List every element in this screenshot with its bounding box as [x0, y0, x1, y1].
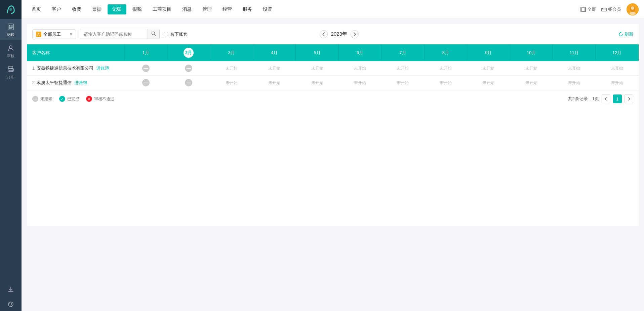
refresh-label: 刷新 [625, 31, 633, 37]
col-header-m1: 1月 [124, 44, 167, 61]
svg-point-20 [630, 12, 636, 15]
next-page-button[interactable] [625, 94, 633, 103]
cell-name-1: 2漠澳太平畅捷通信进账簿 [27, 76, 124, 90]
nav-guanli[interactable]: 管理 [198, 4, 216, 14]
nav-jizhang[interactable]: 记账 [108, 4, 126, 14]
status-dash-icon: — [142, 79, 150, 86]
status-not-started: 未开始 [525, 80, 537, 85]
cell-name-0: 1安徽畅捷通信息技术有限公司进账簿 [27, 61, 124, 76]
year-nav: 2023年 [320, 30, 359, 38]
nav-jingying[interactable]: 经营 [218, 4, 237, 14]
status-not-started: 未开始 [311, 80, 323, 85]
nav-fuwu[interactable]: 服务 [238, 4, 257, 14]
col-header-m5: 5月 [296, 44, 338, 61]
row-num: 2 [32, 80, 35, 85]
prev-year-button[interactable] [320, 30, 328, 38]
nav-customer[interactable]: 客户 [47, 4, 66, 14]
rejected-icon: ✕ [86, 96, 92, 102]
status-not-started: 未开始 [482, 66, 494, 71]
employee-select[interactable]: 人 全部员工 ▾ [32, 29, 76, 39]
vip-btn[interactable]: 畅会员 [601, 6, 621, 12]
prev-page-button[interactable] [602, 94, 610, 103]
nav-home[interactable]: 首页 [27, 4, 46, 14]
col-header-m12: 12月 [596, 44, 639, 61]
sidebar-download[interactable] [0, 281, 22, 296]
cell-m5-1: 未开始 [296, 76, 338, 90]
next-year-button[interactable] [351, 30, 359, 38]
completed-label: 已完成 [67, 96, 79, 102]
enter-ledger-link[interactable]: 进账簿 [74, 80, 87, 85]
col-header-m10: 10月 [510, 44, 553, 61]
status-not-started: 未开始 [268, 80, 280, 85]
total-count: 共2条记录，1页 [568, 96, 599, 102]
nav-gongshang[interactable]: 工商项目 [148, 4, 176, 14]
cell-m11-1: 未开始 [553, 76, 596, 90]
cell-m10-0: 未开始 [510, 61, 553, 76]
toolbar: 人 全部员工 ▾ 名下账套 [27, 24, 639, 44]
rejected-label: 审核不通过 [94, 96, 114, 102]
app-logo [0, 0, 22, 19]
refresh-button[interactable]: 刷新 [618, 31, 633, 37]
avatar[interactable] [627, 3, 639, 15]
table-row: 2漠澳太平畅捷通信进账簿——未开始未开始未开始未开始未开始未开始未开始未开始未开… [27, 76, 639, 90]
nav-xiaoxi[interactable]: 消息 [177, 4, 196, 14]
svg-point-13 [10, 306, 11, 306]
status-not-started: 未开始 [482, 80, 494, 85]
row-num: 1 [32, 66, 35, 71]
enter-ledger-link[interactable]: 进账簿 [96, 66, 109, 71]
status-not-started: 未开始 [311, 66, 323, 71]
checkbox-mingxia[interactable]: 名下账套 [164, 31, 188, 37]
checkbox-label: 名下账套 [170, 31, 188, 37]
year-display: 2023年 [331, 31, 347, 37]
sidebar-item-jizhang[interactable]: 记账 [0, 19, 22, 40]
svg-line-22 [155, 35, 156, 36]
cell-m12-1: 未开始 [596, 76, 639, 90]
svg-point-11 [12, 70, 13, 70]
mingxia-checkbox[interactable] [164, 32, 168, 36]
cell-m3-0: 未开始 [210, 61, 253, 76]
data-table: 客户名称 1月 2月 3月 4月 5月 6月 7月 8月 [27, 44, 639, 90]
status-dash-icon: — [142, 65, 150, 72]
sidebar-label-dayin: 打印 [7, 75, 14, 80]
nav-piaoju[interactable]: 票据 [87, 4, 106, 14]
nav-baoshui[interactable]: 报税 [128, 4, 147, 14]
current-page: 1 [613, 94, 622, 103]
status-not-started: 未开始 [268, 66, 280, 71]
vip-label: 畅会员 [608, 6, 621, 12]
cell-m11-0: 未开始 [553, 61, 596, 76]
svg-rect-1 [8, 24, 13, 30]
nav-right: 全屏 畅会员 [580, 3, 639, 15]
jizhang-icon [7, 23, 15, 31]
cell-m8-1: 未开始 [424, 76, 467, 90]
status-not-started: 未开始 [354, 66, 366, 71]
fullscreen-btn[interactable]: 全屏 [580, 6, 596, 12]
cell-m2-1: — [167, 76, 210, 90]
status-not-started: 未开始 [568, 66, 580, 71]
nav-shezhi[interactable]: 设置 [258, 4, 277, 14]
cell-m7-0: 未开始 [381, 61, 424, 76]
status-not-started: 未开始 [397, 66, 409, 71]
status-not-started: 未开始 [354, 80, 366, 85]
sidebar-label-jizhang: 记账 [7, 32, 14, 37]
status-not-started: 未开始 [226, 80, 238, 85]
footer: — 未建账 ✓ 已完成 ✕ 审核不通过 共2条记录，1页 [27, 90, 639, 107]
sidebar-service[interactable] [0, 296, 22, 311]
search-input[interactable] [80, 30, 148, 39]
sidebar: 记账 审核 打印 [0, 0, 22, 311]
company-name: 安徽畅捷通信息技术有限公司 [37, 66, 93, 71]
status-dash-icon: — [185, 79, 192, 86]
nav-shoufei[interactable]: 收费 [67, 4, 86, 14]
top-nav: 首页 客户 收费 票据 记账 报税 工商项目 消息 管理 经营 服务 设置 全屏 [22, 0, 644, 19]
sidebar-item-shenhe[interactable]: 审核 [0, 40, 22, 61]
cell-m1-1: — [124, 76, 167, 90]
search-button[interactable] [148, 29, 159, 39]
content-panel: 人 全部员工 ▾ 名下账套 [27, 24, 639, 226]
status-dash-icon: — [185, 65, 192, 72]
col-header-m11: 11月 [553, 44, 596, 61]
table-container: 客户名称 1月 2月 3月 4月 5月 6月 7月 8月 [27, 44, 639, 90]
sidebar-item-dayin[interactable]: 打印 [0, 61, 22, 82]
col-header-m4: 4月 [253, 44, 295, 61]
cell-m3-1: 未开始 [210, 76, 253, 90]
svg-rect-15 [581, 8, 585, 11]
status-not-started: 未开始 [397, 80, 409, 85]
